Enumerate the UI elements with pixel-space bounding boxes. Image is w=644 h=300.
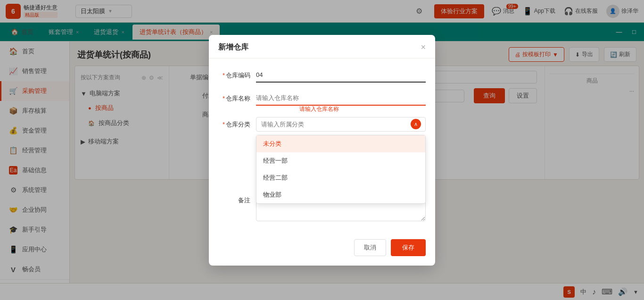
warehouse-name-input[interactable]	[256, 91, 426, 106]
warehouse-category-row: 仓库分类 ∧ 未分类 经营一部 经营二部 物业部	[218, 117, 426, 132]
name-label: 仓库名称	[218, 91, 256, 103]
dropdown-option-dept2[interactable]: 经营二部	[256, 169, 425, 186]
dropdown-option-dept3[interactable]: 物业部	[256, 186, 425, 203]
modal-close-button[interactable]: ×	[421, 42, 426, 52]
dropdown-option-unclassified[interactable]: 未分类	[256, 135, 425, 152]
notes-label: 备注	[218, 193, 256, 205]
warehouse-name-row: 仓库名称 请输入仓库名称	[218, 91, 426, 106]
modal-overlay: 新增仓库 × 仓库编码 仓库名称 请输入仓库名称 仓库分类	[0, 0, 644, 300]
modal-header: 新增仓库 ×	[209, 35, 435, 58]
cancel-button[interactable]: 取消	[354, 239, 386, 256]
name-error-message: 请输入仓库名称	[299, 105, 339, 113]
new-warehouse-modal: 新增仓库 × 仓库编码 仓库名称 请输入仓库名称 仓库分类	[209, 35, 435, 266]
warehouse-code-row: 仓库编码	[218, 68, 426, 83]
category-label: 仓库分类	[218, 117, 256, 129]
category-dropdown-list: 未分类 经营一部 经营二部 物业部	[256, 135, 426, 204]
name-input-wrapper: 请输入仓库名称	[256, 91, 426, 106]
category-input[interactable]	[256, 117, 426, 132]
modal-title: 新增仓库	[218, 42, 248, 52]
modal-footer: 取消 保存	[209, 234, 435, 256]
code-label: 仓库编码	[218, 68, 256, 80]
dropdown-toggle-button[interactable]: ∧	[411, 119, 421, 129]
save-button[interactable]: 保存	[391, 239, 426, 256]
dropdown-option-dept1[interactable]: 经营一部	[256, 152, 425, 169]
category-dropdown-wrapper: ∧ 未分类 经营一部 经营二部 物业部	[256, 117, 426, 132]
warehouse-code-input[interactable]	[256, 68, 426, 83]
modal-body: 仓库编码 仓库名称 请输入仓库名称 仓库分类 ∧ 未分类	[209, 58, 435, 234]
